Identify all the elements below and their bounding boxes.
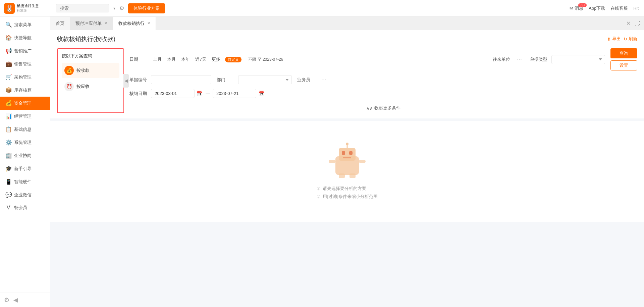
sidebar-item-purchase[interactable]: 🛒 采购管理 [0, 70, 50, 84]
nav-label-guide: 新手引导 [14, 166, 32, 172]
svg-rect-7 [329, 160, 335, 163]
sidebar-item-wechat[interactable]: 💬 企业微信 [0, 188, 50, 201]
topbar: ▾ ⚙ 体验行业方案 ✉ 消息 99+ App下载 在线客服 Rit [50, 0, 644, 17]
verify-date-to-input[interactable] [213, 89, 256, 98]
nav-icon-member: V [5, 205, 11, 211]
filter-actions: 查询 设置 [610, 48, 637, 70]
dept-select[interactable] [238, 75, 292, 84]
voucher-type-select[interactable] [551, 55, 605, 64]
filter-option-by-receipt[interactable]: 💰 按收款 [62, 63, 119, 78]
sidebar-item-system[interactable]: ⚙️ 系统管理 [0, 136, 50, 149]
date-shortcut-0[interactable]: 上月 [151, 56, 164, 63]
logo-area: 🐰 畅捷通好生意 标准版 [0, 0, 50, 17]
nav-icon-purchase: 🛒 [5, 74, 11, 80]
tab-home[interactable]: 首页 [50, 17, 70, 30]
nav-icon-wechat: 💬 [5, 192, 11, 198]
sidebar-item-member[interactable]: V 畅会员 [0, 201, 50, 214]
tabs-bar: 首页预付冲应付单✕收款核销执行✕ ✕ ⛶ [50, 17, 644, 30]
user-name[interactable]: Rit [633, 6, 639, 11]
message-badge: 99+ [578, 3, 587, 7]
promo-button[interactable]: 体验行业方案 [128, 3, 165, 13]
counterpart-more-icon[interactable]: ··· [514, 56, 525, 63]
app-download-link[interactable]: App下载 [589, 5, 605, 11]
collapse-more-btn[interactable]: ∧∧ 收起更多条件 [129, 103, 637, 113]
collapse-icon: ∧∧ [366, 106, 373, 111]
sidebar-item-capital[interactable]: 💰 资金管理 [0, 97, 50, 110]
nav-icon-search-menu: 🔍 [5, 21, 11, 28]
sidebar-item-operations[interactable]: 📊 经营管理 [0, 110, 50, 123]
sidebar-item-quick-nav[interactable]: 🏠 快捷导航 [0, 31, 50, 44]
date-custom-tag[interactable]: 自定义 [225, 57, 241, 62]
verify-date-from-group: 📅 [151, 89, 203, 98]
tab-prepay[interactable]: 预付冲应付单✕ [70, 17, 113, 30]
nav-label-system: 系统管理 [14, 140, 32, 146]
collapse-sidebar-icon[interactable]: ◀ [13, 296, 18, 304]
sidebar-item-guide[interactable]: 🎓 新手引导 [0, 162, 50, 175]
message-button[interactable]: ✉ 消息 99+ [570, 5, 583, 11]
nav-icon-inventory: 📦 [5, 87, 11, 93]
calendar-from-icon[interactable]: 📅 [197, 91, 203, 97]
tip-num-1: ① [317, 186, 321, 191]
sidebar-item-sales[interactable]: 💼 销售管理 [0, 57, 50, 70]
sidebar-item-search-menu[interactable]: 🔍 搜索菜单 [0, 18, 50, 31]
date-shortcut-2[interactable]: 本年 [179, 56, 192, 63]
nav-label-search-menu: 搜索菜单 [14, 22, 32, 28]
salesperson-filter: 业务员 ··· [297, 76, 329, 83]
nav-icon-basic-info: 📋 [5, 126, 11, 133]
svg-rect-3 [349, 151, 353, 155]
svg-rect-10 [350, 173, 356, 178]
nav-label-smart-hw: 智能硬件 [14, 179, 32, 185]
date-shortcut-1[interactable]: 本月 [165, 56, 178, 63]
date-label: 日期 [129, 56, 148, 62]
settings-button[interactable]: 设置 [610, 60, 637, 70]
settings-icon[interactable]: ⚙ [4, 296, 9, 304]
filter-form: 日期 上月本月本年近7天更多 自定义 不限 至 2023-07-26 往来单位 … [129, 48, 637, 113]
tab-receipt-offset[interactable]: 收款核销执行✕ [113, 17, 156, 30]
svg-rect-4 [343, 157, 351, 158]
empty-illustration [327, 141, 367, 182]
verify-date-from-input[interactable] [151, 89, 195, 98]
maximize-tab-button[interactable]: ⛶ [633, 20, 641, 27]
filter-sidebar-collapse-btn[interactable]: ◀ [123, 74, 129, 88]
online-service-link[interactable]: 在线客服 [610, 5, 628, 11]
search-input[interactable] [56, 4, 109, 12]
filter-option-icon-by-receipt: 💰 [64, 66, 74, 75]
nav-icon-operations: 📊 [5, 113, 11, 119]
date-shortcut-3[interactable]: 近7天 [193, 56, 208, 63]
filter-option-icon-by-receivable: ⏰ [64, 82, 74, 91]
sidebar-item-inventory[interactable]: 📦 库存核算 [0, 84, 50, 97]
dropdown-arrow-icon[interactable]: ▾ [113, 6, 115, 11]
tab-close-receipt-offset[interactable]: ✕ [147, 21, 150, 25]
salesperson-more-icon[interactable]: ··· [319, 76, 329, 83]
filter-sidebar: 按以下方案查询 💰 按收款 ⏰ 按应收 ◀ [57, 48, 124, 113]
logo-title: 畅捷通好生意 [17, 3, 39, 8]
sidebar-bottom: ⚙ ◀ [0, 293, 50, 307]
voucher-no-input[interactable] [151, 75, 211, 84]
export-icon: ⬆ [607, 37, 611, 42]
gear-icon[interactable]: ⚙ [119, 5, 124, 11]
nav-icon-capital: 💰 [5, 100, 11, 106]
nav-icon-system: ⚙️ [5, 139, 11, 146]
calendar-to-icon[interactable]: 📅 [258, 91, 265, 97]
logo-sub: 标准版 [17, 8, 39, 13]
close-tab-button[interactable]: ✕ [625, 19, 632, 27]
svg-rect-8 [359, 160, 366, 163]
filter-option-by-receivable[interactable]: ⏰ 按应收 [62, 79, 119, 94]
sidebar-item-basic-info[interactable]: 📋 基础信息 [0, 123, 50, 136]
sidebar-item-smart-hw[interactable]: 📱 智能硬件 [0, 175, 50, 188]
sidebar-item-marketing[interactable]: 📢 营销推广 [0, 44, 50, 57]
collapse-label: 收起更多条件 [374, 105, 400, 111]
dept-label: 部门 [217, 77, 235, 83]
verify-date-label: 核销日期 [129, 91, 148, 97]
refresh-button[interactable]: ↻ 刷新 [624, 36, 637, 42]
nav-label-inventory: 库存核算 [14, 87, 32, 93]
date-shortcut-4[interactable]: 更多 [210, 56, 222, 63]
svg-point-6 [346, 143, 348, 145]
sidebar: 🐰 畅捷通好生意 标准版 🔍 搜索菜单 🏠 快捷导航 📢 营销推广 💼 销售管理… [0, 0, 50, 307]
tab-label-receipt-offset: 收款核销执行 [118, 20, 145, 27]
tab-close-prepay[interactable]: ✕ [104, 21, 107, 25]
sidebar-item-enterprise[interactable]: 🏢 企业协同 [0, 149, 50, 162]
export-button[interactable]: ⬆ 导出 [607, 36, 621, 42]
query-button[interactable]: 查询 [610, 48, 637, 58]
filter-row-2: 单据编号 部门 业务员 ··· [129, 75, 637, 84]
